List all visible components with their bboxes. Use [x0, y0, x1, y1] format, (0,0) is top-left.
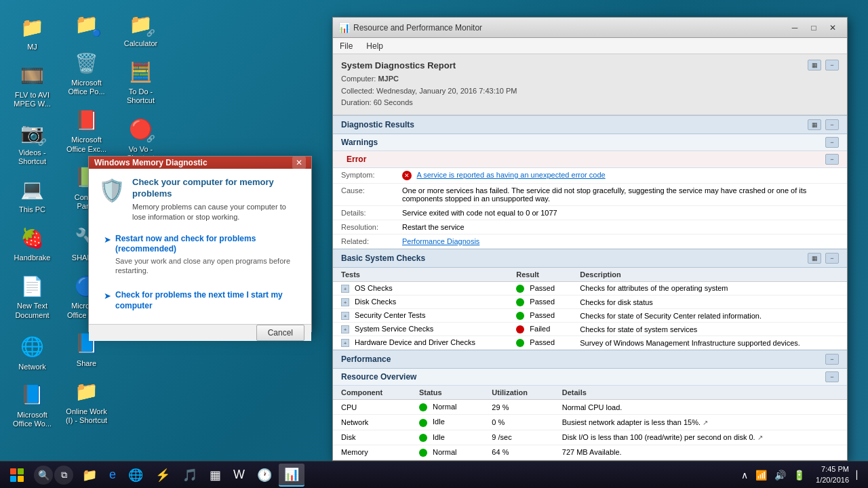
desktop-icon-handbrake[interactable]: 🍓 Handbrake	[7, 221, 58, 266]
show-desktop-button[interactable]: ▏	[854, 468, 865, 482]
perf-collapse-btn[interactable]: −	[825, 354, 839, 365]
menu-file[interactable]: File	[337, 40, 355, 52]
related-link[interactable]: Performance Diagnosis	[402, 237, 479, 245]
minimize-button[interactable]: ─	[786, 21, 804, 35]
resource-utilization-cell: 9 /sec	[484, 430, 553, 445]
taskbar-chrome[interactable]: 🌐	[123, 464, 149, 487]
desktop-icon-newtextdoc[interactable]: 📄 New Text Document	[7, 269, 58, 323]
desktop-icon-share[interactable]: 📁 Online Work (I) - Shortcut	[61, 375, 112, 428]
computer-label: Computer:	[341, 75, 376, 83]
taskbar-search-button[interactable]: 🔍	[34, 466, 53, 485]
diag-shield-icon: 🛡️	[98, 177, 125, 204]
menu-help[interactable]: Help	[363, 40, 386, 52]
taskbar-resource-monitor[interactable]: 📊	[279, 464, 304, 487]
diag-content: 🛡️ Check your computer for memory proble…	[89, 169, 311, 324]
checks-result-cell: Passed	[508, 281, 572, 295]
tray-battery-icon[interactable]: 🔋	[791, 468, 807, 483]
expand-icon[interactable]: +	[341, 312, 349, 320]
taskbar-word[interactable]: W	[228, 464, 250, 487]
desktop-icon-videos[interactable]: 📷🔗 Videos - Shortcut	[7, 116, 58, 169]
desktop-icon-msword[interactable]: 📘 Microsoft Office Wo...	[7, 378, 58, 432]
restart-now-option[interactable]: ➤ Restart now and check for problems (re…	[98, 230, 302, 280]
warnings-title: Warnings	[341, 138, 378, 147]
taskbar-ie[interactable]: e	[104, 464, 121, 487]
resource-overview-subsection[interactable]: Resource Overview −	[333, 369, 847, 386]
desktop-icon-onlinework[interactable]: 📁🔗 Calculator	[115, 7, 166, 52]
taskbar-clock[interactable]: 7:45 PM 1/20/2016	[810, 464, 854, 485]
taskbar-taskview-button[interactable]: ⧉	[54, 466, 73, 485]
diag-collapse-btn[interactable]: −	[825, 119, 839, 130]
expand-icon[interactable]: +	[341, 325, 349, 333]
resource-status-cell: Normal	[411, 400, 484, 415]
warnings-subsection[interactable]: Warnings −	[333, 134, 847, 151]
resource-details-cell: 727 MB Available.	[554, 445, 847, 460]
basic-checks-section[interactable]: Basic System Checks ▦ −	[333, 249, 847, 268]
taskbar: 🔍 ⧉ 📁 e 🌐 ⚡ 🎵 ▦ W 🕐 📊 ∧ 📶 🔊 🔋 7:45 PM 1/…	[0, 461, 868, 488]
details-label: Details:	[333, 205, 394, 220]
checks-row: + Security Center Tests Passed Checks fo…	[333, 309, 847, 323]
report-grid-btn[interactable]: ▦	[808, 60, 821, 70]
taskbar-app3[interactable]: 🕐	[252, 464, 277, 487]
close-button[interactable]: ✕	[824, 21, 842, 35]
checks-grid-btn[interactable]: ▦	[808, 253, 821, 264]
tray-sound-icon[interactable]: 🔊	[772, 468, 788, 483]
desktop-icon-flv[interactable]: 🎞️ FLV to AVI MPEG W...	[7, 58, 58, 112]
report-collapse-btn[interactable]: −	[825, 60, 839, 70]
checks-col-desc: Description	[572, 268, 847, 282]
desktop-icon-folder2[interactable]: 📁🔵	[61, 7, 112, 43]
desktop-icon-mj[interactable]: 📁 MJ	[7, 10, 58, 55]
collected-value: Wednesday, January 20, 2016 7:43:10 PM	[376, 87, 517, 95]
resource-monitor-titlebar[interactable]: 📊 Resource and Performance Monitor ─ □ ✕	[333, 18, 847, 38]
error-subsection[interactable]: Error −	[333, 151, 847, 168]
result-dot-icon	[516, 285, 524, 293]
tray-network-icon[interactable]: 📶	[753, 468, 769, 483]
mj-icon: 📁	[19, 14, 46, 41]
resource-row: CPU Normal 29 % Normal CPU load.	[333, 400, 847, 415]
symptom-link[interactable]: A service is reported as having an unexp…	[416, 171, 605, 179]
checks-desc-cell: Checks for disk status	[572, 295, 847, 308]
taskbar-app2[interactable]: ▦	[204, 464, 226, 487]
start-button[interactable]	[3, 464, 31, 487]
diag-close-button[interactable]: ✕	[292, 157, 306, 169]
symptom-label: Symptom:	[333, 168, 394, 184]
cancel-button[interactable]: Cancel	[256, 325, 304, 341]
performance-section[interactable]: Performance −	[333, 350, 847, 369]
error-collapse-btn[interactable]: −	[825, 154, 839, 165]
expand-icon[interactable]: +	[341, 339, 349, 347]
status-dot-icon	[419, 403, 427, 411]
desktop-icon-thispc[interactable]: 💻 This PC	[7, 173, 58, 218]
taskbar-wmp[interactable]: 🎵	[177, 464, 203, 487]
taskbar-bittorrent[interactable]: ⚡	[150, 464, 176, 487]
diag-titlebar[interactable]: Windows Memory Diagnostic ✕	[89, 157, 311, 169]
maximize-button[interactable]: □	[805, 21, 823, 35]
msword-label: Microsoft Office Wo...	[10, 411, 54, 428]
resource-overview-collapse-btn[interactable]: −	[825, 371, 839, 382]
expand-icon[interactable]: +	[341, 285, 349, 293]
diag-grid-btn[interactable]: ▦	[808, 119, 821, 130]
warnings-collapse-btn[interactable]: −	[825, 137, 839, 148]
resource-col-status: Status	[411, 386, 484, 400]
diagnostic-results-section[interactable]: Diagnostic Results ▦ −	[333, 115, 847, 134]
checks-col-tests: Tests	[333, 268, 508, 282]
taskbar-file-explorer[interactable]: 📁	[77, 464, 102, 487]
error-related-row: Related: Performance Diagnosis	[333, 234, 847, 248]
checks-collapse-btn[interactable]: −	[825, 253, 839, 264]
resource-col-component: Component	[333, 386, 411, 400]
desktop-icon-recyclebin[interactable]: 🗑️ Microsoft Office Po...	[61, 46, 112, 100]
error-symptom-row: Symptom: ✕ A service is reported as havi…	[333, 168, 847, 184]
result-dot-icon	[516, 339, 524, 347]
desktop-icon-calculator[interactable]: 🧮 To Do - Shortcut	[115, 55, 166, 108]
window-content-area[interactable]: System Diagnostics Report ▦ − Computer: …	[333, 54, 847, 460]
handbrake-icon: 🍓	[19, 224, 46, 251]
check-next-option[interactable]: ➤ Check for problems the next time I sta…	[98, 286, 302, 315]
msppt-label: Microsoft Office Exc...	[64, 136, 108, 153]
resource-utilization-cell: 0 %	[484, 415, 553, 430]
tray-chevron-icon[interactable]: ∧	[739, 468, 750, 483]
checks-row: + Hardware Device and Driver Checks Pass…	[333, 336, 847, 350]
flv-icon: 🎞️	[19, 62, 46, 89]
expand-icon[interactable]: +	[341, 298, 349, 306]
recyclebin-icon: 🗑️	[73, 49, 100, 77]
desktop-icon-network[interactable]: 🌐 Network	[7, 330, 58, 375]
desktop-icon-msppt[interactable]: 📕 Microsoft Office Exc...	[61, 103, 112, 157]
desktop: 📁 MJ 🎞️ FLV to AVI MPEG W... 📷🔗 Videos -…	[0, 0, 868, 488]
